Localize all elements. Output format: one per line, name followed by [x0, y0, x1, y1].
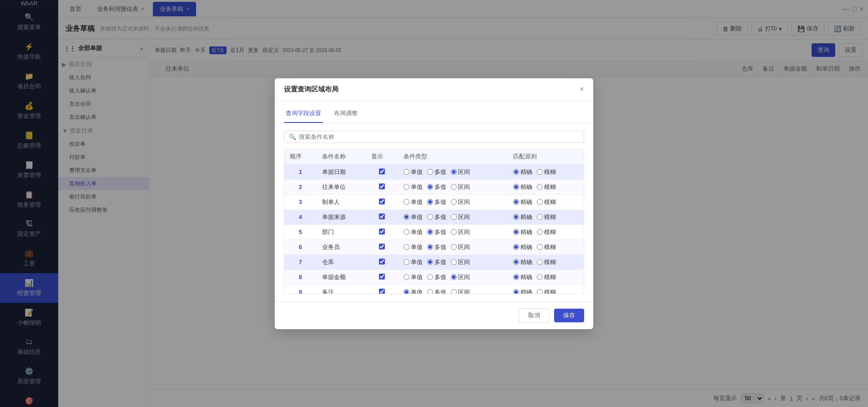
- radio-single[interactable]: 单值: [404, 258, 423, 266]
- radio-fuzzy[interactable]: 模糊: [537, 288, 556, 294]
- radio-fuzzy[interactable]: 模糊: [537, 243, 556, 251]
- modal-close-button[interactable]: ×: [579, 85, 584, 94]
- cell-condition-type: 单值 多值 区间: [398, 164, 508, 179]
- modal-table-container[interactable]: 顺序 条件名称 显示 条件类型 匹配原则 1 单据日期: [284, 148, 584, 294]
- radio-range[interactable]: 区间: [451, 288, 470, 294]
- cell-show[interactable]: [366, 224, 398, 239]
- radio-precise[interactable]: 精确: [513, 198, 532, 206]
- radio-multi[interactable]: 多值: [427, 168, 446, 176]
- radio-precise[interactable]: 精确: [513, 183, 532, 191]
- radio-range[interactable]: 区间: [451, 273, 470, 281]
- cell-seq: 7: [284, 254, 317, 270]
- show-checkbox[interactable]: [379, 229, 385, 234]
- modal-search-input[interactable]: [299, 133, 579, 140]
- radio-multi[interactable]: 多值: [427, 228, 446, 236]
- cell-match-rule: 精确 模糊: [508, 239, 584, 254]
- cell-name: 部门: [317, 224, 366, 239]
- radio-range[interactable]: 区间: [451, 243, 470, 251]
- cell-show[interactable]: [366, 239, 398, 254]
- radio-range[interactable]: 区间: [451, 213, 470, 221]
- cell-show[interactable]: [366, 254, 398, 270]
- radio-precise[interactable]: 精确: [513, 288, 532, 294]
- cell-match-rule: 精确 模糊: [508, 224, 584, 239]
- radio-range[interactable]: 区间: [451, 168, 470, 176]
- cell-condition-type: 单值 多值 区间: [398, 209, 508, 224]
- radio-precise[interactable]: 精确: [513, 228, 532, 236]
- cell-name: 仓库: [317, 254, 366, 270]
- table-row: 4 单据来源 单值 多值 区间: [284, 209, 584, 224]
- radio-fuzzy[interactable]: 模糊: [537, 213, 556, 221]
- radio-multi[interactable]: 多值: [427, 273, 446, 281]
- show-checkbox[interactable]: [379, 259, 385, 265]
- radio-fuzzy[interactable]: 模糊: [537, 198, 556, 206]
- cell-show[interactable]: [366, 164, 398, 179]
- cell-seq: 1: [284, 164, 317, 179]
- cell-match-rule: 精确 模糊: [508, 285, 584, 294]
- th-show: 显示: [366, 149, 398, 165]
- radio-single[interactable]: 单值: [404, 168, 423, 176]
- radio-range[interactable]: 区间: [451, 198, 470, 206]
- cell-seq: 3: [284, 194, 317, 209]
- cell-seq: 4: [284, 209, 317, 224]
- modal-header: 设置查询区域布局 ×: [275, 78, 593, 101]
- table-row: 8 单据金额 单值 多值 区间: [284, 270, 584, 285]
- radio-multi[interactable]: 多值: [427, 258, 446, 266]
- radio-precise[interactable]: 精确: [513, 168, 532, 176]
- cell-condition-type: 单值 多值 区间: [398, 285, 508, 294]
- table-row: 1 单据日期 单值 多值 区间: [284, 164, 584, 179]
- show-checkbox[interactable]: [379, 183, 385, 189]
- radio-fuzzy[interactable]: 模糊: [537, 228, 556, 236]
- cell-seq: 9: [284, 285, 317, 294]
- cell-show[interactable]: [366, 270, 398, 285]
- radio-single[interactable]: 单值: [404, 213, 423, 221]
- cancel-button[interactable]: 取消: [519, 308, 550, 323]
- show-checkbox[interactable]: [379, 289, 385, 294]
- radio-fuzzy[interactable]: 模糊: [537, 183, 556, 191]
- radio-multi[interactable]: 多值: [427, 198, 446, 206]
- show-checkbox[interactable]: [379, 244, 385, 249]
- radio-precise[interactable]: 精确: [513, 243, 532, 251]
- show-checkbox[interactable]: [379, 274, 385, 280]
- modal-tab-layout[interactable]: 布局调整: [332, 107, 359, 123]
- cell-name: 备注: [317, 285, 366, 294]
- radio-fuzzy[interactable]: 模糊: [537, 273, 556, 281]
- cell-name: 往来单位: [317, 179, 366, 194]
- radio-single[interactable]: 单值: [404, 228, 423, 236]
- modal-save-button[interactable]: 保存: [554, 309, 584, 322]
- show-checkbox[interactable]: [379, 168, 385, 174]
- modal-tab-query-fields-label: 查询字段设置: [286, 110, 321, 117]
- radio-fuzzy[interactable]: 模糊: [537, 258, 556, 266]
- radio-range[interactable]: 区间: [451, 183, 470, 191]
- radio-precise[interactable]: 精确: [513, 258, 532, 266]
- radio-multi[interactable]: 多值: [427, 183, 446, 191]
- cell-seq: 6: [284, 239, 317, 254]
- radio-single[interactable]: 单值: [404, 198, 423, 206]
- cell-name: 制单人: [317, 194, 366, 209]
- modal-table: 顺序 条件名称 显示 条件类型 匹配原则 1 单据日期: [284, 149, 584, 294]
- radio-multi[interactable]: 多值: [427, 288, 446, 294]
- modal-tabs: 查询字段设置 布局调整: [275, 101, 593, 123]
- show-checkbox[interactable]: [379, 214, 385, 219]
- cell-condition-type: 单值 多值 区间: [398, 239, 508, 254]
- radio-single[interactable]: 单值: [404, 288, 423, 294]
- radio-precise[interactable]: 精确: [513, 213, 532, 221]
- modal-tab-query-fields[interactable]: 查询字段设置: [284, 107, 323, 123]
- radio-single[interactable]: 单值: [404, 273, 423, 281]
- cell-show[interactable]: [366, 194, 398, 209]
- radio-fuzzy[interactable]: 模糊: [537, 168, 556, 176]
- radio-range[interactable]: 区间: [451, 258, 470, 266]
- radio-multi[interactable]: 多值: [427, 243, 446, 251]
- radio-multi[interactable]: 多值: [427, 213, 446, 221]
- cell-show[interactable]: [366, 285, 398, 294]
- radio-single[interactable]: 单值: [404, 243, 423, 251]
- radio-precise[interactable]: 精确: [513, 273, 532, 281]
- cell-show[interactable]: [366, 209, 398, 224]
- show-checkbox[interactable]: [379, 198, 385, 204]
- th-condition-type: 条件类型: [398, 149, 508, 165]
- radio-single[interactable]: 单值: [404, 183, 423, 191]
- radio-range[interactable]: 区间: [451, 228, 470, 236]
- cell-show[interactable]: [366, 179, 398, 194]
- cell-match-rule: 精确 模糊: [508, 254, 584, 270]
- modal-overlay: 设置查询区域布局 × 查询字段设置 布局调整 🔍: [0, 0, 868, 407]
- th-name: 条件名称: [317, 149, 366, 165]
